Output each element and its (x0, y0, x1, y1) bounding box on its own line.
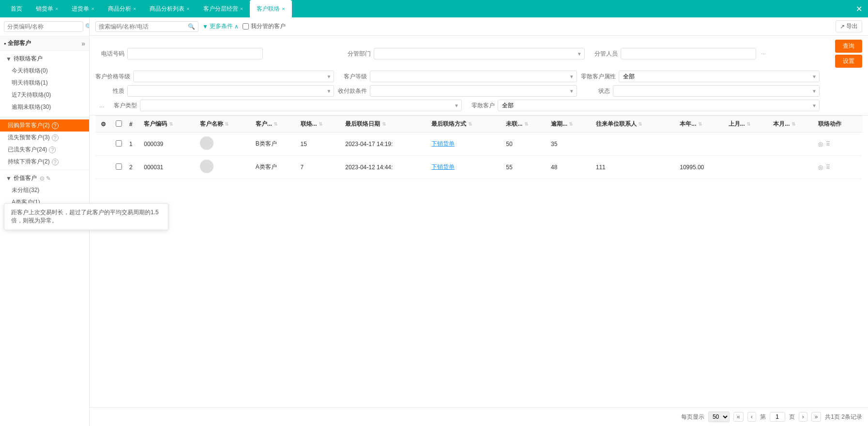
retail-customer-select[interactable]: 全部 (498, 100, 820, 111)
contact-action-icon[interactable]: ◎ (818, 141, 823, 147)
expand-arrow-icon: ▼ (6, 56, 12, 62)
sort-name-icon: ⇅ (225, 121, 228, 127)
close-sales-order-icon[interactable]: × (55, 0, 58, 17)
all-customers-header[interactable]: ▪ 全部客户 » (0, 36, 89, 51)
last-page-button[interactable]: » (811, 412, 822, 422)
nav-purchase-order[interactable]: 进货单 × (65, 0, 101, 17)
select-all-checkbox[interactable] (116, 120, 122, 127)
more-action-icon[interactable]: ⠿ (826, 164, 830, 171)
close-purchase-order-icon[interactable]: × (91, 0, 94, 17)
page-number-input[interactable] (770, 412, 785, 422)
status-select[interactable] (613, 85, 820, 97)
sidebar-item-churned[interactable]: 已流失客户(24) ? (0, 144, 89, 156)
more-conditions-btn[interactable]: ▼ 更多条件 ∧ (202, 22, 239, 30)
row-select-checkbox[interactable] (116, 140, 122, 147)
value-customers-header[interactable]: ▼ 价值客户 ⊙ ✎ (0, 172, 89, 184)
col-last-month[interactable]: 上月... ⇅ (726, 116, 771, 132)
col-name[interactable]: 客户名称 ⇅ (197, 116, 253, 132)
close-product-analysis-list-icon[interactable]: × (186, 0, 189, 17)
manager-more-icon[interactable]: ··· (761, 50, 766, 57)
more-action-icon[interactable]: ⠿ (826, 141, 830, 147)
row-index: 1 (126, 132, 141, 156)
sort-year-icon: ⇅ (698, 121, 702, 127)
col-uncontacted[interactable]: 未联... ⇅ (503, 116, 548, 132)
sidebar-item-ungroup[interactable]: 未分组(32) (0, 184, 89, 196)
contact-way-link[interactable]: 下销货单 (431, 163, 455, 170)
sidebar-search-input[interactable] (4, 21, 83, 32)
contact-way-link[interactable]: 下销货单 (431, 140, 455, 147)
main-search-icon[interactable]: 🔍 (188, 23, 195, 30)
customer-level-select[interactable] (370, 71, 577, 82)
info-icon-churned: ? (49, 147, 56, 153)
col-this-month[interactable]: 本月... ⇅ (770, 116, 815, 132)
manager-input[interactable] (621, 48, 756, 59)
nav-product-analysis[interactable]: 商品分析 × (101, 0, 143, 17)
row-overdue: 35 (548, 132, 593, 156)
sidebar-divider-1 (0, 117, 89, 118)
filter-price-level: 客户价格等级 ▼ (95, 71, 334, 82)
nav-customer-segment[interactable]: 客户分层经营 × (197, 0, 250, 17)
window-close-button[interactable]: ✕ (856, 4, 862, 14)
prev-page-button[interactable]: ‹ (747, 412, 756, 422)
export-button[interactable]: ↗ 导出 (836, 20, 862, 32)
dept-select[interactable] (374, 48, 584, 59)
query-button[interactable]: 查询 (835, 40, 862, 53)
col-contact[interactable]: 联络... ⇅ (298, 116, 343, 132)
col-customer-type[interactable]: 客户... ⇅ (253, 116, 298, 132)
nav-product-analysis-list[interactable]: 商品分析列表 × (143, 0, 196, 17)
nav-home[interactable]: 首页 (4, 0, 29, 17)
collapse-sidebar-icon[interactable]: » (81, 40, 85, 47)
nav-customer-contact[interactable]: 客户联络 × (250, 0, 291, 17)
row-unit-contact (593, 132, 677, 156)
col-settings[interactable]: ⚙ (95, 116, 111, 132)
close-product-analysis-icon[interactable]: × (133, 0, 136, 17)
contact-action-icon[interactable]: ◎ (818, 164, 823, 171)
col-code[interactable]: 客户编码 ⇅ (141, 116, 197, 132)
sidebar-search-icon[interactable]: 🔍 (85, 23, 90, 30)
edit-value-icon[interactable]: ⊙ (40, 175, 45, 182)
data-table-container: ⚙ # 客户编码 ⇅ 客户名称 ⇅ 客户... ⇅ 联络... ⇅ 最后联络日期… (90, 116, 868, 407)
col-last-contact-date[interactable]: 最后联络日期 ⇅ (342, 116, 428, 132)
row-code: 000031 (141, 156, 197, 179)
row-select-checkbox[interactable] (116, 163, 122, 170)
close-customer-contact-icon[interactable]: × (282, 0, 285, 17)
nav-sales-order[interactable]: 销货单 × (29, 0, 65, 17)
row-checkbox (111, 132, 126, 156)
pending-contact-header[interactable]: ▼ 待联络客户 (0, 53, 89, 65)
col-this-year[interactable]: 本年... ⇅ (677, 116, 725, 132)
sort-unit-icon: ⇅ (638, 121, 642, 127)
status-select-wrapper: ▼ (613, 85, 820, 97)
price-level-select[interactable] (133, 71, 334, 82)
per-page-select[interactable]: 50 (708, 411, 730, 422)
col-last-contact-way[interactable]: 最后联络方式 ⇅ (428, 116, 503, 132)
filter-retail-attr: 零散客户属性 全部 ▼ (581, 71, 820, 82)
main-search-input[interactable] (99, 23, 186, 30)
retail-attr-select[interactable]: 全部 (619, 71, 820, 82)
payment-terms-select[interactable] (370, 85, 577, 97)
next-page-button[interactable]: › (799, 412, 807, 422)
col-overdue[interactable]: 逾期... ⇅ (548, 116, 593, 132)
sidebar-item-overdue-contact[interactable]: 逾期未联络(30) (0, 101, 89, 113)
sidebar-item-tomorrow-contact[interactable]: 明天待联络(1) (0, 77, 89, 89)
row-checkbox (111, 156, 126, 179)
gender-select[interactable] (127, 85, 334, 97)
filter-more-btn[interactable]: ... (99, 102, 104, 109)
edit-pencil-icon[interactable]: ✎ (46, 175, 51, 182)
sidebar-item-declining[interactable]: 持续下滑客户(2) ? (0, 156, 89, 168)
top-navigation: 首页 销货单 × 进货单 × 商品分析 × 商品分析列表 × 客户分层经营 × … (0, 0, 868, 17)
sort-date-icon: ⇅ (382, 121, 386, 127)
row-name (197, 156, 253, 179)
close-customer-segment-icon[interactable]: × (240, 0, 243, 17)
sidebar-item-repurchase-abnormal[interactable]: 回购异常客户(2) ? (0, 119, 89, 132)
table-row: 1 000039 B类客户 15 2023-04-17 14:19: 下销货单 … (95, 132, 862, 156)
customer-type-select[interactable] (140, 100, 462, 111)
my-customers-check[interactable] (243, 23, 249, 29)
first-page-button[interactable]: « (733, 412, 744, 422)
row-uncontacted: 55 (503, 156, 548, 179)
phone-input[interactable] (127, 48, 263, 59)
sidebar-item-7days-contact[interactable]: 近7天待联络(0) (0, 89, 89, 101)
settings-button[interactable]: 设置 (835, 55, 862, 68)
sidebar-item-today-contact[interactable]: 今天待联络(0) (0, 65, 89, 77)
col-unit-contact[interactable]: 往来单位联系人 ⇅ (593, 116, 677, 132)
sidebar-item-churn-warning[interactable]: 流失预警客户(3) ? (0, 132, 89, 144)
